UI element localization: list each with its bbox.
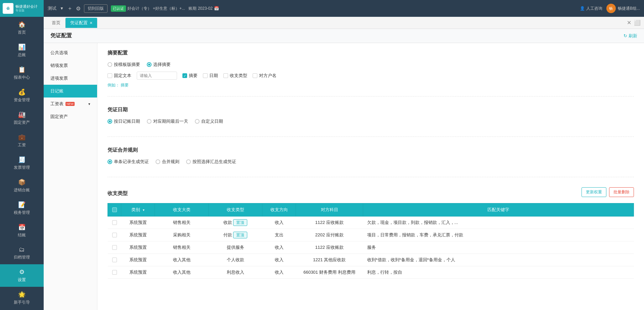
row-major: 销售相关 — [155, 217, 209, 229]
sidebar-item-assets[interactable]: 🏭 固定资产 — [0, 107, 44, 129]
period-area: 账期 2023-02 📅 — [188, 6, 219, 11]
add-icon[interactable]: ＋ — [67, 5, 73, 12]
row-account: 660301 财务费用 利息费用 — [296, 266, 363, 279]
good-biz-label: +好生意（标）+... — [153, 6, 185, 11]
date-checkbox[interactable]: 日期 — [203, 73, 218, 79]
row-checkbox-4[interactable] — [108, 254, 121, 266]
sidebar-item-tax[interactable]: 📝 税务管理 — [0, 197, 44, 220]
sidebar-item-settings[interactable]: ⚙ 设置 — [0, 264, 44, 287]
counterpart-checkbox[interactable]: 对方户名 — [253, 73, 276, 79]
stock-icon: 📦 — [18, 179, 26, 186]
invoice-icon: 🧾 — [18, 156, 26, 163]
radio-journal-circle — [108, 119, 112, 124]
top-tag[interactable]: 置顶 — [233, 219, 247, 226]
row-checkbox-2[interactable] — [108, 229, 121, 241]
sidebar-item-close[interactable]: 📅 结账 — [0, 220, 44, 242]
dropdown-arrow-icon[interactable]: ▼ — [60, 6, 64, 11]
th-category[interactable]: 类别 ▾ — [121, 203, 155, 217]
row-direction: 支出 — [262, 229, 296, 241]
sidebar-item-reports[interactable]: 📋 报表中心 — [0, 62, 44, 84]
sidebar-item-guide[interactable]: 🌟 新手引导 — [0, 287, 44, 309]
th-major-label: 收支大类 — [173, 207, 190, 212]
minimize-icon[interactable]: ✕ — [627, 20, 631, 26]
row-type: 提供服务 — [209, 241, 262, 254]
sidebar-item-ledger[interactable]: 📊 总账 — [0, 39, 44, 62]
chevron-down-icon: ▾ — [88, 102, 90, 106]
radio-custom-circle — [195, 119, 200, 124]
counterpart-check — [253, 73, 257, 78]
nav-payroll-table[interactable]: 工资表 NEW ▾ — [44, 98, 97, 110]
switch-version-button[interactable]: 切到旧版 — [84, 4, 108, 13]
income-title: 收支类型 — [108, 190, 128, 197]
summary-section: 摘要配置 按模板版摘要 选择摘要 — [108, 50, 634, 96]
row-checkbox-5[interactable] — [108, 266, 121, 279]
radio-template-summary[interactable]: 按模板版摘要 — [108, 62, 140, 68]
update-weight-button[interactable]: 更新权重 — [582, 187, 606, 197]
row-category: 系统预置 — [121, 229, 155, 241]
period-label: 账期 — [188, 6, 197, 11]
maximize-icon[interactable]: ⬜ — [634, 20, 641, 26]
gear-icon[interactable]: ⚙ — [76, 5, 81, 12]
radio-summary[interactable]: 按照选择汇总生成凭证 — [186, 159, 236, 165]
sidebar-item-archive[interactable]: 🗂 归档管理 — [0, 242, 44, 264]
nav-public-options[interactable]: 公共选项 — [44, 46, 97, 59]
nav-fixed-assets[interactable]: 固定资产 — [44, 110, 97, 123]
radio-select-label: 选择摘要 — [153, 62, 171, 68]
row-major: 采购相关 — [155, 229, 209, 241]
th-type-label: 收支类型 — [227, 207, 244, 212]
sidebar-item-invoice[interactable]: 🧾 发票管理 — [0, 152, 44, 175]
date-title: 凭证日期 — [108, 107, 634, 113]
radio-single-record[interactable]: 单条记录生成凭证 — [108, 159, 149, 165]
top-tag[interactable]: 置顶 — [233, 232, 247, 238]
sidebar-item-funds[interactable]: 💰 资金管理 — [0, 84, 44, 107]
fixed-text-input[interactable] — [137, 72, 177, 80]
sidebar-label: 总账 — [18, 52, 26, 58]
tab-voucher-config[interactable]: 凭证配置 × — [66, 18, 97, 28]
calendar-icon[interactable]: 📅 — [214, 6, 219, 11]
tab-home[interactable]: 首页 — [47, 18, 66, 28]
sidebar-item-payroll[interactable]: 💼 工资 — [0, 129, 44, 152]
sort-icon: ▾ — [143, 208, 144, 212]
radio-journal-date[interactable]: 按日记账日期 — [108, 118, 140, 124]
row-direction: 收入 — [262, 266, 296, 279]
help-label: 人工咨询 — [586, 6, 602, 11]
th-select-all[interactable] — [108, 203, 121, 217]
assets-icon: 🏭 — [18, 111, 26, 118]
tab-close-icon[interactable]: × — [90, 20, 92, 26]
row-account: 1221 其他应收款 — [296, 254, 363, 266]
radio-custom-date[interactable]: 自定义日期 — [195, 118, 223, 124]
payroll-icon: 💼 — [18, 133, 26, 141]
row-account: 1122 应收账款 — [296, 217, 363, 229]
row-direction: 收入 — [262, 254, 296, 266]
batch-delete-button[interactable]: 批量删除 — [609, 187, 634, 197]
row-checkbox-3[interactable] — [108, 241, 121, 254]
main-content: 摘要配置 按模板版摘要 选择摘要 — [97, 43, 644, 310]
fixed-text-checkbox[interactable]: 固定文本 — [108, 73, 131, 79]
date-check — [203, 73, 208, 78]
category-checkbox[interactable]: 收支类型 — [223, 73, 247, 79]
refresh-button[interactable]: ↻ 刷新 — [624, 33, 637, 39]
income-section: 收支类型 更新权重 批量删除 — [108, 187, 634, 279]
tab-bar-actions: ✕ ⬜ — [627, 20, 641, 26]
radio-select-summary[interactable]: 选择摘要 — [147, 62, 171, 68]
nav-journal[interactable]: 日记账 — [44, 85, 97, 98]
nav-purchase-invoice[interactable]: 进项发票 — [44, 72, 97, 85]
help-button[interactable]: 👤 人工咨询 — [580, 6, 602, 11]
sidebar-item-home[interactable]: 🏠 首页 — [0, 17, 44, 39]
row-keywords: 收到*借款，收到*备用金，退回*备用金，个人 — [363, 254, 634, 266]
nav-label: 日记账 — [50, 88, 63, 94]
row-type: 个人收款 — [209, 254, 262, 266]
sidebar-item-stock[interactable]: 📦 进销台账 — [0, 175, 44, 197]
nav-label: 销项发票 — [50, 63, 68, 69]
nav-label: 进项发票 — [50, 75, 68, 81]
row-direction: 收入 — [262, 241, 296, 254]
radio-last-day[interactable]: 对应期间最后一天 — [147, 118, 188, 124]
settings-icon: ⚙ — [19, 268, 25, 276]
avatar-text: 畅 — [609, 6, 613, 11]
table-row: 系统预置 收入其他 个人收款 收入 1221 其他应收款 收到*借款，收到*备用… — [108, 254, 634, 266]
summary-checkbox[interactable]: ✓ 摘要 — [182, 73, 198, 79]
radio-merge-rule[interactable]: 合并规则 — [156, 159, 179, 165]
sidebar-label: 设置 — [18, 277, 26, 283]
row-checkbox-1[interactable] — [108, 217, 121, 229]
nav-sales-invoice[interactable]: 销项发票 — [44, 59, 97, 72]
